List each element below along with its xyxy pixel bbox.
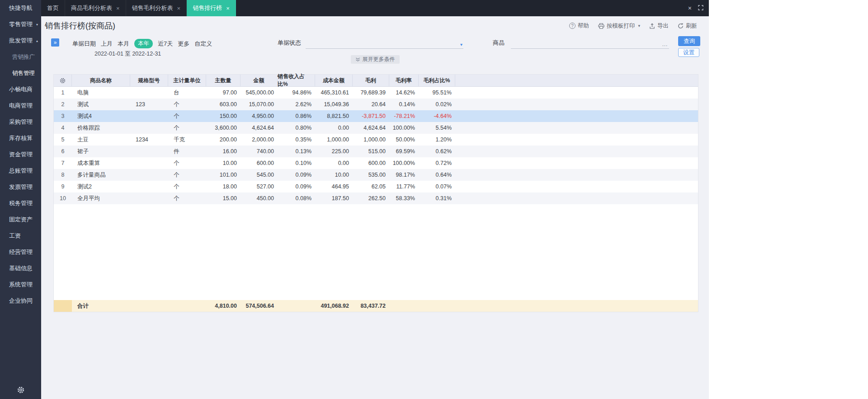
tab[interactable]: 首页 — [41, 0, 65, 16]
close-tab-icon[interactable]: × — [226, 5, 230, 12]
export-label: 导出 — [657, 22, 669, 30]
row-filler — [455, 146, 698, 157]
cell-profit: 62.05 — [353, 181, 389, 192]
sidebar-item[interactable]: 工资 — [0, 228, 41, 244]
close-all-tabs-icon[interactable]: × — [688, 5, 692, 12]
column-header[interactable]: 规格型号 — [130, 75, 168, 86]
table-row[interactable]: 5土豆1234千克200.002,000.000.35%1,000.001,00… — [54, 134, 698, 146]
settings-gear-icon[interactable] — [0, 386, 41, 394]
sidebar-item[interactable]: 企业协同 — [0, 293, 41, 309]
cell-profit: 1,000.00 — [353, 134, 389, 146]
sidebar-item[interactable]: 基础信息 — [0, 260, 41, 277]
date-quick-option[interactable]: 自定义 — [194, 40, 212, 48]
tabs: 首页商品毛利分析表×销售毛利分析表×销售排行榜× — [41, 0, 236, 16]
sidebar-item[interactable]: 快捷导航 — [0, 0, 41, 16]
status-select[interactable]: ▾ — [306, 39, 463, 49]
sidebar-item[interactable]: 电商管理 — [0, 98, 41, 114]
cell-profit: -3,871.50 — [353, 110, 389, 122]
expand-more-conditions-button[interactable]: 展开更多条件 — [351, 55, 400, 64]
row-filler — [455, 157, 698, 169]
close-tab-icon[interactable]: × — [116, 5, 120, 12]
search-button[interactable]: 查询 — [678, 36, 700, 46]
column-header[interactable]: 主数量 — [206, 75, 241, 86]
table-row[interactable]: 4价格跟踪个3,600.004,624.640.80%0.004,624.641… — [54, 122, 698, 134]
sidebar-item[interactable]: 销售管理 — [0, 65, 41, 81]
sidebar-item[interactable]: 税务管理 — [0, 195, 41, 211]
sidebar-item[interactable]: 零售管理▾ — [0, 16, 41, 33]
sidebar-item[interactable]: 采购管理 — [0, 114, 41, 130]
fullscreen-icon[interactable] — [698, 5, 703, 12]
column-header[interactable]: 毛利占比% — [419, 75, 455, 86]
cell-spec — [130, 122, 168, 134]
sidebar-item[interactable]: 经营管理 — [0, 244, 41, 260]
sidebar-item[interactable]: 库存核算 — [0, 130, 41, 146]
cell-unit: 个 — [168, 181, 206, 192]
column-settings-button[interactable] — [54, 75, 72, 86]
table-row[interactable]: 2测试123个603.0015,070.002.62%15,049.3620.6… — [54, 99, 698, 110]
column-header[interactable]: 销售收入占比% — [278, 75, 315, 86]
tab[interactable]: 销售毛利分析表× — [126, 0, 187, 16]
refresh-button[interactable]: 刷新 — [678, 22, 697, 30]
sidebar-item[interactable]: 系统管理 — [0, 277, 41, 293]
cell-cost: 1,000.00 — [315, 134, 353, 146]
cell-amount: 15,070.00 — [241, 99, 278, 110]
sidebar-item[interactable]: 营销推广 — [0, 49, 41, 65]
sidebar-item[interactable]: 固定资产 — [0, 211, 41, 228]
sidebar-item-label: 库存核算 — [9, 134, 33, 142]
cell-profit: 79,689.39 — [353, 87, 389, 99]
column-header[interactable]: 毛利率 — [389, 75, 419, 86]
close-tab-icon[interactable]: × — [177, 5, 181, 12]
cell-profit: 535.00 — [353, 169, 389, 181]
row-filler — [455, 87, 698, 99]
sidebar-item-label: 采购管理 — [9, 118, 33, 126]
sidebar-item[interactable]: 资金管理 — [0, 146, 41, 163]
total-amount: 574,506.64 — [241, 300, 278, 312]
date-quick-option[interactable]: 上月 — [101, 40, 113, 48]
cell-unit: 千克 — [168, 134, 206, 146]
row-filler — [455, 192, 698, 204]
cell-margin: 11.77% — [389, 181, 419, 192]
date-quick-option[interactable]: 近7天 — [158, 40, 173, 48]
column-header[interactable]: 商品名称 — [72, 75, 130, 86]
export-button[interactable]: 导出 — [649, 22, 669, 30]
row-index: 8 — [54, 169, 72, 181]
sidebar-item[interactable]: 小畅电商 — [0, 81, 41, 98]
table-row[interactable]: 6裙子件16.00740.000.13%225.00515.0069.59%0.… — [54, 146, 698, 157]
table-row[interactable]: 9测试2个18.00527.000.09%464.9562.0511.77%0.… — [54, 181, 698, 192]
settings-button[interactable]: 设置 — [678, 48, 699, 57]
product-input[interactable]: … — [511, 39, 669, 49]
date-quick-selected[interactable]: 本年 — [134, 39, 153, 48]
column-header[interactable]: 毛利 — [353, 75, 389, 86]
date-quick-option[interactable]: 本月 — [118, 40, 129, 48]
page-toolbar: ? 帮助 按模板打印 ▾ — [569, 22, 697, 30]
tab-active[interactable]: 销售排行榜× — [187, 0, 236, 16]
print-by-template-button[interactable]: 按模板打印 ▾ — [598, 22, 640, 30]
product-lookup-icon[interactable]: … — [662, 41, 668, 47]
sidebar-item[interactable]: 总账管理 — [0, 163, 41, 179]
cell-margin: 14.62% — [389, 87, 419, 99]
cell-unit: 个 — [168, 192, 206, 204]
date-quick-option[interactable]: 更多 — [178, 40, 189, 48]
row-index: 2 — [54, 99, 72, 110]
sidebar-item[interactable]: 发票管理 — [0, 179, 41, 195]
row-filler — [455, 122, 698, 134]
sidebar-item[interactable]: 批发管理▴ — [0, 33, 41, 49]
select-caret-icon[interactable]: ▾ — [460, 42, 462, 47]
table-row[interactable]: 8多计量商品个101.00545.000.09%10.00535.0098.17… — [54, 169, 698, 181]
tab[interactable]: 商品毛利分析表× — [65, 0, 126, 16]
table-row[interactable]: 1电脑台97.00545,000.0094.86%465,310.6179,68… — [54, 87, 698, 99]
screen: 快捷导航零售管理▾批发管理▴营销推广销售管理小畅电商电商管理采购管理库存核算资金… — [0, 0, 868, 399]
date-range-value[interactable]: 2022-01-01 至 2022-12-31 — [94, 50, 161, 58]
row-index: 9 — [54, 181, 72, 192]
table-row[interactable]: 3测试4个150.004,950.000.86%8,821.50-3,871.5… — [54, 110, 698, 122]
column-header[interactable]: 主计量单位 — [168, 75, 206, 86]
help-button[interactable]: ? 帮助 — [569, 22, 589, 30]
collapse-filters-button[interactable]: » — [51, 38, 59, 47]
table-row[interactable]: 7成本重算个10.00600.000.10%0.00600.00100.00%0… — [54, 157, 698, 169]
column-header[interactable]: 成本金额 — [315, 75, 353, 86]
cell-qty: 101.00 — [206, 169, 241, 181]
cell-qty: 200.00 — [206, 134, 241, 146]
cell-name: 测试2 — [72, 181, 130, 192]
table-row[interactable]: 10全月平均个15.00450.000.08%187.50262.5058.33… — [54, 192, 698, 204]
column-header[interactable]: 金额 — [241, 75, 278, 86]
